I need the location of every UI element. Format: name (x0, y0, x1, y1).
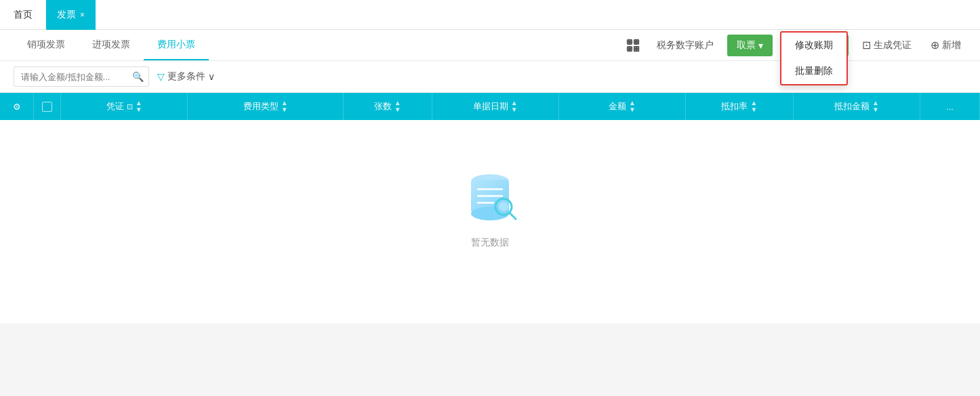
take-ticket-button[interactable]: 取票 ▾ (727, 35, 773, 56)
th-date-label: 单据日期 (473, 100, 508, 113)
th-deduction-rate-label: 抵扣率 (721, 100, 748, 113)
add-new-button[interactable]: ⊕ 新增 (925, 39, 966, 52)
dropdown-batch-delete[interactable]: 批量删除 (781, 58, 846, 84)
tax-account-button[interactable]: 税务数字账户 (651, 39, 719, 52)
add-new-icon: ⊕ (931, 39, 939, 52)
tab-sales-invoice[interactable]: 销项发票 (14, 30, 79, 60)
th-deduction-rate[interactable]: 抵扣率 ▲▼ (686, 93, 794, 120)
th-deduction-rate-sort: ▲▼ (750, 100, 757, 113)
sub-tabs-left: 销项发票 进项发票 费用小票 (14, 30, 209, 60)
tab-input-invoice[interactable]: 进项发票 (79, 30, 144, 60)
gen-voucher-label: 生成凭证 (874, 39, 912, 52)
th-amount-sort: ▲▼ (629, 100, 636, 113)
empty-state-icon (456, 161, 524, 229)
take-ticket-label: 取票 (737, 39, 756, 52)
qr-code-button[interactable] (623, 35, 643, 56)
th-amount[interactable]: 金额 ▲▼ (559, 93, 686, 120)
empty-state-text: 暂无数据 (471, 237, 509, 249)
th-voucher-label: 凭证 (106, 100, 124, 113)
svg-line-18 (510, 213, 516, 219)
th-deduction-amount[interactable]: 抵扣金额 ▲▼ (794, 93, 920, 120)
svg-rect-5 (634, 49, 636, 51)
invoice-tab-label: 发票 (57, 9, 76, 21)
search-icon[interactable]: 🔍 (132, 71, 144, 82)
tab-expense-receipt[interactable]: 费用小票 (144, 30, 209, 60)
settings-icon: ⚙ (13, 102, 21, 112)
th-settings[interactable]: ⚙ (0, 93, 34, 120)
th-date[interactable]: 单据日期 ▲▼ (432, 93, 559, 120)
th-checkbox[interactable] (34, 93, 61, 120)
gen-voucher-button[interactable]: ⊡ 生成凭证 (857, 39, 917, 52)
content-area: 暂无数据 (0, 120, 980, 323)
th-more[interactable]: ... (920, 93, 980, 120)
th-expense-type-sort: ▲▼ (281, 100, 288, 113)
th-voucher-sort: ▲▼ (136, 100, 142, 113)
table-header: ⚙ 凭证 ⊡ ▲▼ 费用类型 ▲▼ 张数 ▲▼ 单据日期 ▲▼ 金额 ▲▼ 抵扣… (0, 93, 980, 120)
take-ticket-dropdown-icon: ▾ (758, 40, 763, 51)
th-voucher[interactable]: 凭证 ⊡ ▲▼ (61, 93, 188, 120)
th-count-sort: ▲▼ (394, 100, 401, 113)
filter-icon: ▽ (157, 71, 165, 82)
top-nav: 首页 发票 × (0, 0, 980, 30)
th-deduction-amount-label: 抵扣金额 (834, 100, 870, 113)
select-all-checkbox[interactable] (42, 102, 52, 112)
th-more-label: ... (946, 102, 954, 112)
svg-rect-3 (634, 46, 636, 48)
svg-rect-8 (636, 41, 638, 43)
gen-voucher-icon: ⊡ (862, 39, 871, 52)
dropdown-modify-period[interactable]: 修改账期 (781, 33, 846, 58)
th-expense-type-label: 费用类型 (243, 100, 279, 113)
svg-rect-6 (637, 49, 639, 51)
empty-state: 暂无数据 (0, 120, 980, 276)
more-conditions-button[interactable]: ▽ 更多条件 ∨ (157, 71, 215, 83)
batch-ops-dropdown: 修改账期 批量删除 (780, 31, 848, 85)
home-nav-item[interactable]: 首页 (0, 0, 46, 30)
search-input[interactable] (14, 66, 149, 87)
search-wrap: 🔍 (14, 66, 149, 87)
invoice-tab[interactable]: 发票 × (46, 0, 96, 30)
svg-rect-9 (629, 47, 631, 50)
th-date-sort: ▲▼ (511, 100, 518, 113)
th-expense-type[interactable]: 费用类型 ▲▼ (188, 93, 344, 120)
th-count[interactable]: 张数 ▲▼ (344, 93, 432, 120)
more-conditions-chevron: ∨ (208, 71, 215, 82)
more-conditions-label: 更多条件 (167, 71, 205, 83)
add-new-label: 新增 (942, 39, 961, 52)
th-voucher-icon: ⊡ (127, 102, 133, 111)
svg-point-17 (499, 202, 508, 212)
svg-rect-4 (637, 46, 639, 48)
th-deduction-amount-sort: ▲▼ (872, 100, 879, 113)
th-count-label: 张数 (374, 100, 392, 113)
th-amount-label: 金额 (609, 100, 626, 113)
svg-rect-7 (629, 41, 631, 43)
invoice-tab-close[interactable]: × (80, 10, 85, 20)
